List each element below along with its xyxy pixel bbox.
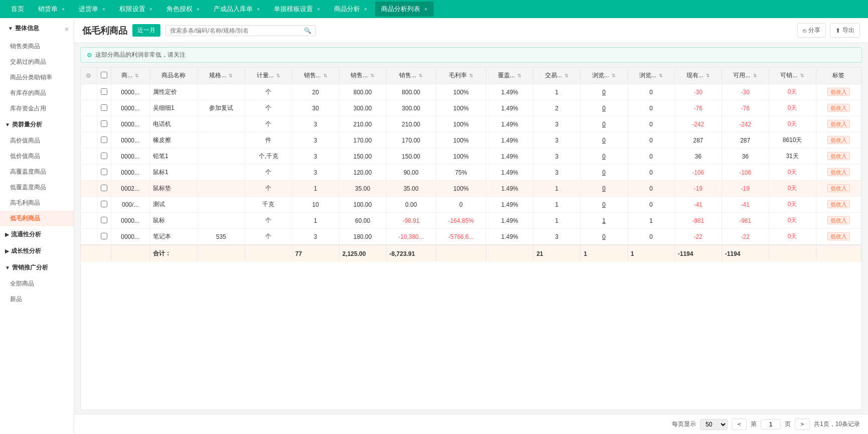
row-browse1-7[interactable]: 0 [580, 197, 627, 213]
nav-purchase-close[interactable]: × [102, 6, 105, 12]
nav-product-analysis-list-close[interactable]: × [424, 6, 427, 12]
sidebar-item-low-coverage[interactable]: 低覆盖度商品 [0, 180, 74, 195]
prev-page-button[interactable]: ＜ [732, 418, 747, 430]
row-name-8[interactable]: 鼠标 [149, 213, 197, 229]
row-checkbox-6[interactable] [97, 181, 111, 197]
sidebar-item-sales-products[interactable]: 销售类商品 [0, 39, 74, 54]
checkbox-col-header[interactable] [97, 67, 111, 84]
row-browse1-6[interactable]: 0 [580, 181, 627, 197]
sort-available[interactable]: ⇅ [753, 73, 757, 78]
row-checkbox-7[interactable] [97, 197, 111, 213]
row-name-5[interactable]: 鼠标1 [149, 165, 197, 181]
row-check-4[interactable] [101, 153, 107, 159]
sidebar-collapse-btn[interactable]: « [63, 23, 71, 35]
nav-permissions[interactable]: 权限设置 × [113, 2, 158, 17]
row-browse1-0[interactable]: 0 [580, 84, 627, 100]
page-number-input[interactable] [761, 419, 781, 429]
row-check-3[interactable] [101, 136, 107, 143]
row-name-2[interactable]: 电话机 [149, 116, 197, 132]
sort-stock[interactable]: ⇅ [706, 73, 710, 78]
sidebar-item-low-margin[interactable]: 低毛利商品 [0, 211, 74, 226]
row-checkbox-3[interactable] [97, 132, 111, 149]
sidebar-group-marketing[interactable]: ▼ 营销推广分析 [0, 259, 74, 276]
sort-sales3[interactable]: ⇅ [419, 73, 423, 78]
next-page-button[interactable]: ＞ [795, 418, 810, 430]
nav-home[interactable]: 首页 [5, 2, 30, 17]
sort-browse1[interactable]: ⇅ [612, 73, 616, 78]
row-browse1-3[interactable]: 0 [580, 132, 627, 149]
search-icon[interactable]: 🔍 [304, 27, 311, 34]
date-filter-button[interactable]: 近一月 [132, 24, 160, 37]
sort-coverage[interactable]: ⇅ [517, 73, 522, 78]
sidebar-item-traded-products[interactable]: 交易过的商品 [0, 54, 74, 70]
sidebar-item-in-stock[interactable]: 有库存的商品 [0, 85, 74, 101]
nav-product-analysis[interactable]: 商品分析 × [328, 2, 373, 17]
sort-code[interactable]: ⇅ [135, 73, 139, 78]
sidebar-item-inventory-capital[interactable]: 库存资金占用 [0, 101, 74, 116]
row-check-1[interactable] [101, 104, 107, 111]
row-name-9[interactable]: 笔记本 [149, 229, 197, 245]
nav-roles[interactable]: 角色授权 × [160, 2, 206, 17]
nav-permissions-close[interactable]: × [149, 6, 152, 12]
row-check-5[interactable] [101, 169, 107, 175]
sort-gross[interactable]: ⇅ [469, 73, 473, 78]
nav-sales-close[interactable]: × [62, 6, 65, 12]
row-checkbox-5[interactable] [97, 165, 111, 181]
row-name-7[interactable]: 测试 [149, 197, 197, 213]
row-check-6[interactable] [101, 185, 107, 191]
sidebar-item-high-value[interactable]: 高价值商品 [0, 133, 74, 149]
select-all-checkbox[interactable] [101, 72, 107, 78]
sidebar-item-all-products[interactable]: 全部商品 [0, 276, 74, 292]
sidebar-item-high-margin[interactable]: 高毛利商品 [0, 195, 74, 211]
sidebar-group-growth[interactable]: ▶ 成长性分析 [0, 243, 74, 259]
row-browse1-5[interactable]: 0 [580, 165, 627, 181]
sidebar-group-flow[interactable]: ▶ 流通性分析 [0, 226, 74, 243]
sidebar-group-overall[interactable]: ▼ 整体信息 [3, 20, 44, 37]
share-button[interactable]: ⎋ 分享 [797, 23, 826, 38]
row-name-0[interactable]: 属性定价 [149, 84, 197, 100]
row-name-4[interactable]: 铅笔1 [149, 149, 197, 165]
row-checkbox-0[interactable] [97, 84, 111, 100]
row-check-8[interactable] [101, 217, 107, 223]
nav-roles-close[interactable]: × [197, 6, 200, 12]
row-checkbox-4[interactable] [97, 149, 111, 165]
nav-templates[interactable]: 单据模板设置 × [268, 2, 326, 17]
sidebar-item-new-products[interactable]: 新品 [0, 292, 74, 307]
nav-products[interactable]: 产成品入库单 × [208, 2, 266, 17]
row-check-7[interactable] [101, 201, 107, 207]
sidebar-group-cluster[interactable]: ▼ 类群量分析 [0, 116, 74, 133]
row-name-1[interactable]: 吴细细1 [149, 100, 197, 116]
row-browse1-9[interactable]: 0 [580, 229, 627, 245]
nav-sales[interactable]: 销货单 × [32, 2, 71, 17]
sidebar-item-category-rate[interactable]: 商品分类助销率 [0, 70, 74, 85]
row-name-3[interactable]: 橡皮擦 [149, 132, 197, 149]
page-size-select[interactable]: 50 100 200 [700, 419, 728, 430]
nav-products-close[interactable]: × [257, 6, 260, 12]
sort-sales2[interactable]: ⇅ [371, 73, 375, 78]
sort-unit[interactable]: ⇅ [276, 73, 280, 78]
nav-product-analysis-list[interactable]: 商品分析列表 × [375, 2, 433, 17]
nav-purchase[interactable]: 进货单 × [73, 2, 111, 17]
export-button[interactable]: ⬆ 导出 [830, 23, 860, 38]
row-checkbox-8[interactable] [97, 213, 111, 229]
row-check-9[interactable] [101, 233, 107, 239]
sort-transaction[interactable]: ⇅ [565, 73, 569, 78]
row-check-2[interactable] [101, 120, 107, 127]
row-browse1-1[interactable]: 0 [580, 100, 627, 116]
row-browse1-4[interactable]: 0 [580, 149, 627, 165]
sort-spec[interactable]: ⇅ [229, 73, 233, 78]
nav-product-analysis-close[interactable]: × [364, 6, 367, 12]
row-checkbox-9[interactable] [97, 229, 111, 245]
sort-sales1[interactable]: ⇅ [323, 73, 327, 78]
row-check-0[interactable] [101, 88, 107, 95]
row-checkbox-2[interactable] [97, 116, 111, 132]
row-browse1-2[interactable]: 0 [580, 116, 627, 132]
sidebar-item-high-coverage[interactable]: 高覆盖度商品 [0, 164, 74, 180]
sort-browse2[interactable]: ⇅ [659, 73, 663, 78]
search-input[interactable] [170, 27, 304, 34]
row-browse1-8[interactable]: 1 [580, 213, 627, 229]
settings-col-header[interactable]: ⚙ [81, 67, 97, 84]
sort-sellable[interactable]: ⇅ [800, 73, 804, 78]
row-name-6[interactable]: 鼠标垫 [149, 181, 197, 197]
nav-templates-close[interactable]: × [317, 6, 320, 12]
